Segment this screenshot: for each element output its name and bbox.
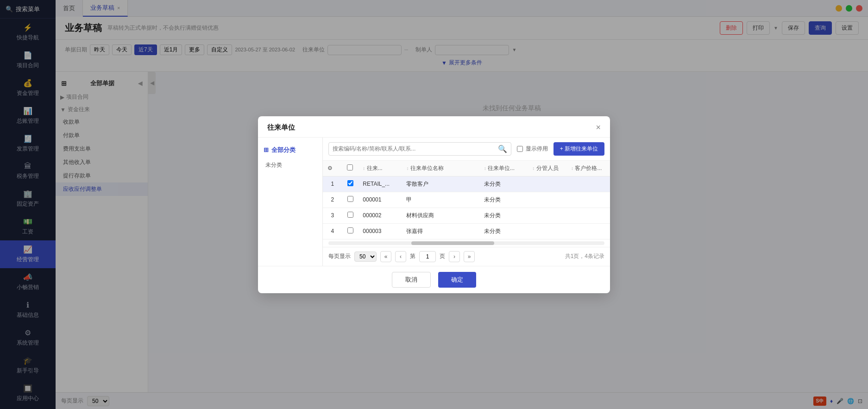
page-label: 第: [410, 252, 415, 260]
show-inactive-checkbox-area: 显示停用: [517, 145, 548, 153]
col-code-label: 往来...: [367, 165, 383, 171]
page-suffix: 页: [440, 252, 445, 260]
row-checkbox-cell: [342, 176, 359, 192]
row-name: 张嘉得: [402, 223, 479, 239]
scrollbar-thumb: [411, 241, 494, 245]
col-header-code: ↕ 往来...: [358, 161, 402, 176]
row-price: [566, 176, 610, 192]
row-num: 2: [323, 192, 342, 208]
modal-overlay: 往来单位 × ⊞ 全部分类 未分类 🔍: [0, 0, 868, 409]
row-code: RETAIL_...: [358, 176, 402, 192]
row-checkbox-cell: [342, 223, 359, 239]
table-row[interactable]: 1 RETAIL_... 零散客户 未分类: [323, 176, 610, 192]
table-row[interactable]: 2 000001 甲 未分类: [323, 192, 610, 208]
row-rep: [528, 192, 566, 208]
cancel-button[interactable]: 取消: [392, 272, 431, 288]
all-category-label: 全部分类: [271, 146, 296, 154]
row-checkbox-cell: [342, 192, 359, 208]
row-num: 1: [323, 176, 342, 192]
row-name: 甲: [402, 192, 479, 208]
modal-right-panel: 🔍 显示停用 + 新增往来单位 ⚙: [323, 138, 610, 266]
next-page-button[interactable]: ›: [449, 251, 460, 262]
row-rep: [528, 176, 566, 192]
row-rep: [528, 208, 566, 223]
row-price: [566, 223, 610, 239]
sort-icon: ↕: [363, 166, 365, 171]
table-row[interactable]: 4 000003 张嘉得 未分类: [323, 223, 610, 239]
row-code: 000001: [358, 192, 402, 208]
table-row[interactable]: 3 000002 材料供应商 未分类: [323, 208, 610, 223]
partner-search-input[interactable]: [333, 145, 495, 152]
col-header-category: ↕ 往来单位...: [479, 161, 528, 176]
modal-pagination: 每页显示 50 « ‹ 第 页 › » 共1页，4条记录: [323, 247, 610, 266]
modal-footer: 取消 确定: [258, 266, 610, 293]
settings-icon[interactable]: ⚙: [327, 165, 333, 171]
row-name: 零散客户: [402, 176, 479, 192]
col-header-name: ↕ 往来单位名称: [402, 161, 479, 176]
row-category: 未分类: [479, 192, 528, 208]
confirm-button[interactable]: 确定: [438, 272, 476, 288]
modal-table: ⚙ ↕ 往来... ↕ 往来单位名称: [323, 161, 610, 239]
modal-page-size-select[interactable]: 50: [354, 252, 377, 262]
col-price-label: 客户价格...: [575, 165, 602, 171]
col-rep-label: 分管人员: [536, 165, 559, 171]
col-cat-label: 往来单位...: [488, 165, 515, 171]
col-header-rep: ↕ 分管人员: [528, 161, 566, 176]
show-inactive-checkbox[interactable]: [517, 146, 523, 152]
modal-toolbar: 🔍 显示停用 + 新增往来单位: [323, 138, 610, 161]
row-checkbox[interactable]: [347, 212, 353, 218]
page-number-input[interactable]: [419, 251, 436, 262]
row-price: [566, 192, 610, 208]
first-page-button[interactable]: «: [380, 251, 391, 262]
row-name: 材料供应商: [402, 208, 479, 223]
modal-category-unclassified[interactable]: 未分类: [258, 158, 322, 172]
row-category: 未分类: [479, 223, 528, 239]
row-rep: [528, 223, 566, 239]
modal-all-category[interactable]: ⊞ 全部分类: [258, 142, 322, 158]
modal-close-button[interactable]: ×: [596, 123, 601, 132]
partner-modal: 往来单位 × ⊞ 全部分类 未分类 🔍: [258, 116, 610, 293]
page-size-label: 每页显示: [328, 252, 351, 260]
partner-search-box: 🔍: [328, 142, 511, 156]
row-category: 未分类: [479, 208, 528, 223]
modal-header: 往来单位 ×: [258, 116, 610, 138]
row-code: 000002: [358, 208, 402, 223]
last-page-button[interactable]: »: [464, 251, 475, 262]
total-info: 共1页，4条记录: [565, 252, 604, 260]
row-checkbox[interactable]: [347, 180, 353, 186]
table-header-row: ⚙ ↕ 往来... ↕ 往来单位名称: [323, 161, 610, 176]
unclassified-label: 未分类: [265, 162, 282, 168]
sort-icon: ↕: [532, 166, 535, 171]
col-header-price: ↕ 客户价格...: [566, 161, 610, 176]
row-checkbox[interactable]: [347, 227, 353, 233]
modal-title: 往来单位: [267, 123, 295, 132]
grid-category-icon: ⊞: [264, 146, 269, 153]
sort-icon: ↕: [484, 166, 486, 171]
partners-table: ⚙ ↕ 往来... ↕ 往来单位名称: [323, 161, 610, 239]
select-all-checkbox[interactable]: [347, 164, 353, 170]
col-header-check: [342, 161, 359, 176]
sort-icon: ↕: [406, 166, 409, 171]
col-header-settings: ⚙: [323, 161, 342, 176]
row-num: 3: [323, 208, 342, 223]
row-checkbox-cell: [342, 208, 359, 223]
modal-body: ⊞ 全部分类 未分类 🔍 显示停用: [258, 138, 610, 266]
show-inactive-label: 显示停用: [526, 145, 548, 153]
prev-page-button[interactable]: ‹: [395, 251, 406, 262]
row-num: 4: [323, 223, 342, 239]
row-checkbox[interactable]: [347, 196, 353, 202]
sort-icon: ↕: [571, 166, 573, 171]
col-name-label: 往来单位名称: [410, 165, 444, 171]
modal-horizontal-scrollbar[interactable]: [328, 241, 604, 245]
search-icon: 🔍: [498, 145, 507, 153]
add-partner-button[interactable]: + 新增往来单位: [554, 142, 604, 156]
modal-category-panel: ⊞ 全部分类 未分类: [258, 138, 323, 266]
row-code: 000003: [358, 223, 402, 239]
row-price: [566, 208, 610, 223]
row-category: 未分类: [479, 176, 528, 192]
